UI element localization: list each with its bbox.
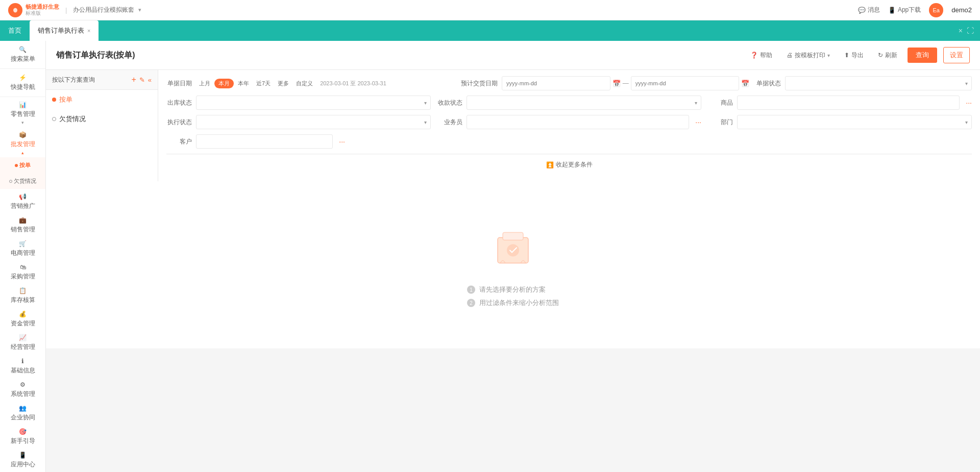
sidebar-item-operations[interactable]: 📈 经营管理 bbox=[0, 330, 45, 353]
sidebar-item-retail[interactable]: 📊 零售管理 ▾ bbox=[0, 97, 45, 127]
message-action[interactable]: 💬 消息 bbox=[858, 6, 880, 14]
date-tab-last-month[interactable]: 上月 bbox=[196, 79, 213, 88]
print-template-button[interactable]: 🖨 按模板打印 ▾ bbox=[782, 49, 834, 62]
goods-input[interactable] bbox=[737, 96, 960, 110]
finance-icon: 💰 bbox=[19, 311, 27, 318]
sidebar-item-guide[interactable]: 🎯 新手引导 bbox=[0, 424, 45, 447]
calendar-start-icon[interactable]: 📅 bbox=[612, 80, 621, 87]
date-tab-this-month[interactable]: 本月 bbox=[214, 79, 234, 88]
sidebar-item-appcenter[interactable]: 📱 应用中心 bbox=[0, 447, 45, 471]
help-button[interactable]: ❓ 帮助 bbox=[746, 49, 776, 62]
sidebar-search[interactable]: 🔍 搜索菜单 bbox=[0, 41, 45, 69]
operations-icon: 📈 bbox=[19, 334, 27, 341]
avatar[interactable]: Ea bbox=[929, 3, 943, 17]
expected-date-range: 📅 — 📅 bbox=[502, 76, 749, 90]
customer-more-button[interactable]: ··· bbox=[339, 137, 345, 146]
empty-icon bbox=[487, 222, 538, 275]
filter-row-3: 执行状态 业务员 ··· 部门 bbox=[166, 115, 972, 129]
sidebar-item-collab[interactable]: 👥 企业协同 bbox=[0, 400, 45, 424]
exec-status-select[interactable] bbox=[196, 115, 431, 129]
inactive-scheme-dot bbox=[52, 117, 56, 121]
maximize-icon[interactable]: ⛶ bbox=[967, 27, 974, 35]
wholesale-sub-menu: 按单 欠货情况 bbox=[0, 157, 45, 189]
refresh-button[interactable]: ↻ 刷新 bbox=[874, 49, 901, 62]
filter-department-field: 部门 bbox=[707, 115, 972, 129]
exec-status-label: 执行状态 bbox=[166, 118, 192, 127]
salesperson-input[interactable] bbox=[467, 115, 689, 129]
settings-button[interactable]: 设置 bbox=[943, 47, 970, 63]
minimize-icon[interactable]: × bbox=[959, 27, 963, 35]
purchase-icon: 🛍 bbox=[20, 264, 26, 271]
query-button[interactable]: 查询 bbox=[908, 48, 937, 63]
date-tab-custom[interactable]: 自定义 bbox=[293, 79, 316, 88]
filter-area: 按以下方案查询 + ✎ « 按单 欠货情况 bbox=[46, 70, 980, 181]
date-label: 单据日期 bbox=[166, 79, 192, 88]
close-tab-button[interactable]: × bbox=[87, 28, 90, 34]
edit-scheme-button[interactable]: ✎ bbox=[139, 76, 145, 84]
hint-number-1: 1 bbox=[467, 286, 475, 294]
inventory-icon: 📋 bbox=[19, 287, 27, 294]
sidebar-item-basics[interactable]: ℹ 基础信息 bbox=[0, 353, 45, 377]
sidebar-item-ecommerce[interactable]: 🛒 电商管理 bbox=[0, 236, 45, 259]
filter-row-2: 出库状态 收款状态 bbox=[166, 96, 972, 110]
message-icon: 💬 bbox=[858, 7, 866, 14]
calendar-end-icon[interactable]: 📅 bbox=[741, 80, 749, 87]
sidebar-item-sales[interactable]: 💼 销售管理 bbox=[0, 213, 45, 236]
filter-delivery-status-field: 出库状态 bbox=[166, 96, 431, 110]
delivery-status-wrapper bbox=[196, 96, 431, 110]
logo-icon bbox=[8, 3, 22, 17]
sidebar-item-purchase[interactable]: 🛍 采购管理 bbox=[0, 259, 45, 283]
date-range: 上月 本月 本年 近7天 更多 自定义 2023-03-01 至 2023-03… bbox=[196, 79, 455, 88]
logo-text: 畅捷通好生意 标准版 bbox=[26, 4, 59, 16]
header-right: 💬 消息 📱 App下载 Ea demo2 bbox=[858, 3, 972, 17]
collapse-left-button[interactable]: « bbox=[148, 76, 152, 84]
collapse-more-button[interactable]: ⏫ 收起更多条件 bbox=[540, 158, 599, 171]
svg-point-3 bbox=[507, 244, 519, 256]
department-select[interactable] bbox=[737, 115, 972, 129]
expected-date-start[interactable] bbox=[502, 76, 610, 90]
svg-rect-2 bbox=[503, 232, 523, 240]
date-tab-more[interactable]: 更多 bbox=[275, 79, 292, 88]
logo-area[interactable]: 畅捷通好生意 标准版 bbox=[8, 3, 59, 17]
export-button[interactable]: ⬆ 导出 bbox=[840, 49, 868, 62]
salesperson-more-button[interactable]: ··· bbox=[695, 118, 701, 126]
sidebar-sub-by-order[interactable]: 按单 bbox=[0, 157, 45, 173]
collection-status-select[interactable] bbox=[467, 96, 701, 110]
sales-order-tab[interactable]: 销售订单执行表 × bbox=[30, 20, 99, 41]
sidebar-quick-nav[interactable]: ⚡ 快捷导航 bbox=[0, 69, 45, 97]
nav-tabs: 首页 销售订单执行表 × × ⛶ bbox=[0, 20, 980, 41]
sidebar-item-inventory[interactable]: 📋 库存核算 bbox=[0, 283, 45, 306]
date-tab-this-year[interactable]: 本年 bbox=[235, 79, 252, 88]
industry-breadcrumb[interactable]: 办公用品行业模拟账套 bbox=[73, 6, 134, 14]
status-select[interactable] bbox=[785, 76, 972, 90]
exec-status-wrapper bbox=[196, 115, 431, 129]
sidebar-item-system[interactable]: ⚙ 系统管理 bbox=[0, 377, 45, 400]
status-select-wrapper bbox=[785, 76, 972, 90]
page-content: 销售订单执行表(按单) ❓ 帮助 🖨 按模板打印 ▾ ⬆ 导出 bbox=[46, 41, 980, 348]
filter-date-field: 单据日期 上月 本月 本年 近7天 更多 自定义 20 bbox=[166, 79, 455, 88]
content-area: 销售订单执行表(按单) ❓ 帮助 🖨 按模板打印 ▾ ⬆ 导出 bbox=[46, 41, 980, 472]
ecommerce-icon: 🛒 bbox=[19, 240, 27, 247]
sales-icon: 💼 bbox=[19, 217, 27, 224]
industry-dropdown-icon[interactable]: ▾ bbox=[138, 7, 141, 13]
filter-scheme-label: 按以下方案查询 bbox=[52, 76, 95, 84]
filter-scheme-shortage[interactable]: 欠货情况 bbox=[46, 109, 158, 129]
sidebar-item-finance[interactable]: 💰 资金管理 bbox=[0, 306, 45, 330]
delivery-status-select[interactable] bbox=[196, 96, 431, 110]
page-title: 销售订单执行表(按单) bbox=[56, 50, 135, 61]
sidebar-sub-shortage[interactable]: 欠货情况 bbox=[0, 173, 45, 189]
app-download-action[interactable]: 📱 App下载 bbox=[888, 6, 921, 14]
top-header: 畅捷通好生意 标准版 | 办公用品行业模拟账套 ▾ 💬 消息 📱 App下载 E… bbox=[0, 0, 980, 20]
username[interactable]: demo2 bbox=[951, 6, 972, 14]
main-layout: 🔍 搜索菜单 ⚡ 快捷导航 📊 零售管理 ▾ 📦 批发管理 ▴ 按单 欠货情况 bbox=[0, 41, 980, 472]
add-scheme-button[interactable]: + bbox=[131, 75, 136, 84]
goods-label: 商品 bbox=[707, 99, 733, 107]
sidebar-item-marketing[interactable]: 📢 营销推广 bbox=[0, 189, 45, 213]
filter-scheme-byorder[interactable]: 按单 bbox=[46, 90, 158, 109]
home-tab[interactable]: 首页 bbox=[0, 20, 30, 41]
sidebar-item-wholesale[interactable]: 📦 批发管理 ▴ bbox=[0, 127, 45, 157]
goods-more-button[interactable]: ··· bbox=[966, 99, 972, 107]
date-tab-7days[interactable]: 近7天 bbox=[253, 79, 274, 88]
customer-input[interactable] bbox=[196, 134, 333, 149]
expected-date-end[interactable] bbox=[631, 76, 740, 90]
